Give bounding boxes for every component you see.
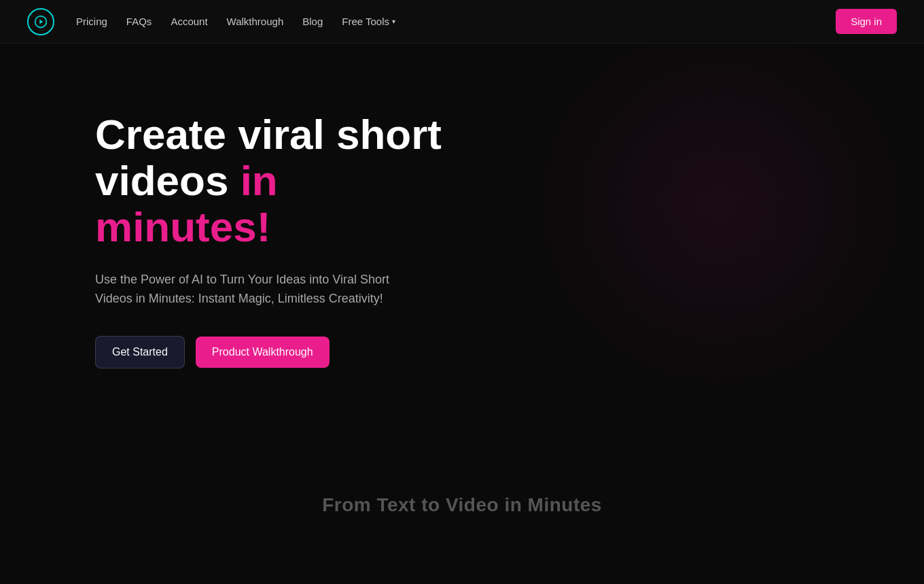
hero-section: Create viral short videos in minutes! Us… [0, 44, 476, 423]
hero-title-line1: Create viral short [95, 111, 442, 158]
nav-item-account[interactable]: Account [171, 16, 207, 28]
logo[interactable] [27, 8, 54, 35]
nav-links: Pricing FAQs Account Walkthrough Blog Fr… [76, 16, 395, 28]
bottom-tagline: From Text to Video in Minutes [27, 494, 897, 516]
svg-marker-1 [39, 19, 43, 24]
nav-item-blog[interactable]: Blog [302, 16, 323, 28]
signin-button[interactable]: Sign in [836, 9, 897, 34]
hero-buttons: Get Started Product Walkthrough [95, 336, 448, 368]
hero-title-line2-plain: videos [95, 157, 241, 204]
navbar: Pricing FAQs Account Walkthrough Blog Fr… [0, 0, 924, 44]
hero-glow [516, 0, 924, 408]
chevron-down-icon: ▾ [392, 18, 395, 25]
nav-item-faqs[interactable]: FAQs [126, 16, 152, 28]
navbar-left: Pricing FAQs Account Walkthrough Blog Fr… [27, 8, 395, 35]
get-started-button[interactable]: Get Started [95, 336, 185, 368]
hero-subtitle: Use the Power of AI to Turn Your Ideas i… [95, 270, 421, 309]
bottom-section: From Text to Video in Minutes [0, 453, 924, 543]
nav-item-walkthrough[interactable]: Walkthrough [227, 16, 284, 28]
product-walkthrough-button[interactable]: Product Walkthrough [196, 337, 330, 368]
hero-title: Create viral short videos in minutes! [95, 111, 448, 251]
nav-item-free-tools[interactable]: Free Tools ▾ [342, 16, 395, 27]
nav-item-pricing[interactable]: Pricing [76, 16, 107, 28]
